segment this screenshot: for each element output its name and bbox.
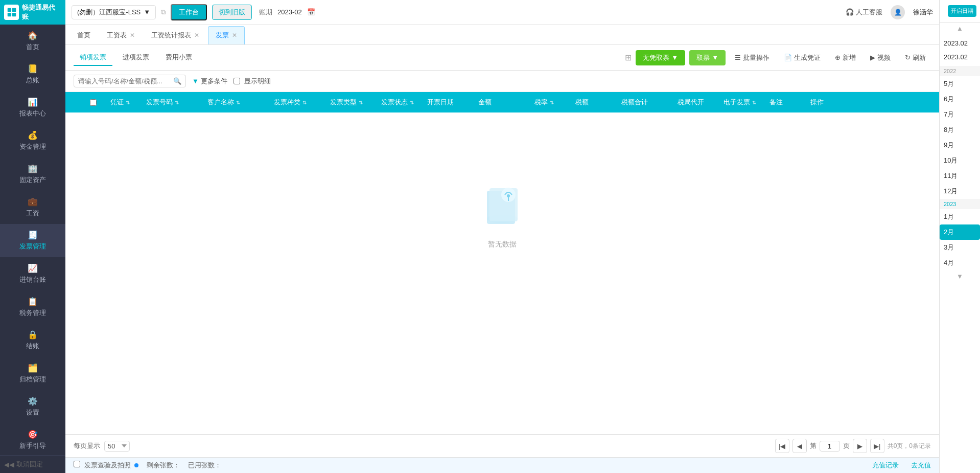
first-page-btn[interactable]: |◀ [775,439,789,453]
th-customer[interactable]: 客户名称 ⇅ [203,98,270,107]
next-page-btn[interactable]: ▶ [853,439,867,453]
tab-invoice[interactable]: 发票 ✕ [208,26,245,44]
date-month-4[interactable]: 4月 [940,255,980,271]
date-month-9[interactable]: 9月 [940,138,980,153]
new-button[interactable]: ⊕ 新增 [830,50,861,65]
tab-home[interactable]: 首页 [69,26,98,44]
sub-tab-expense-receipt[interactable]: 费用小票 [159,50,198,66]
date-month-2[interactable]: 2月 [940,224,980,240]
generate-voucher-button[interactable]: 📄 生成凭证 [779,50,826,65]
per-page-select[interactable]: 50 20 100 [104,441,130,452]
tab-payroll-report-label: 工资统计报表 [151,31,191,40]
tab-payroll-report[interactable]: 工资统计报表 ✕ [144,26,207,44]
sidebar-item-funds[interactable]: 💰 资金管理 [0,124,65,157]
company-selector[interactable]: (勿删）江西服宝-LSS ▼ [72,5,156,19]
sidebar-item-fixed-assets-label: 固定资产 [19,175,46,185]
grid-view-icon[interactable]: ⊞ [625,53,632,62]
check-invoice-checkbox[interactable] [74,461,80,467]
video-button[interactable]: ▶ 视频 [865,50,896,65]
tab-payroll-close[interactable]: ✕ [130,32,135,39]
th-invoice-no[interactable]: 发票号码 ⇅ [142,98,203,107]
last-page-btn[interactable]: ▶| [870,439,884,453]
scroll-up-btn[interactable]: ▲ [940,22,980,34]
collapse-label: 取消固定 [16,460,43,469]
ai-service-btn[interactable]: 🎧 人工客服 [846,8,882,17]
date-month-1[interactable]: 1月 [940,209,980,224]
sidebar-item-settings[interactable]: ⚙️ 设置 [0,390,65,423]
sidebar-item-sales[interactable]: 📈 进销台账 [0,257,65,290]
sidebar-item-reports[interactable]: 📊 报表中心 [0,91,65,124]
select-all-checkbox[interactable] [90,99,97,106]
date-month-6[interactable]: 6月 [940,92,980,107]
date-month-2023-02-a[interactable]: 2023.02 [940,36,980,50]
sidebar-item-closing[interactable]: 🔒 结账 [0,324,65,357]
open-period-button[interactable]: 开启日期 [948,5,976,17]
right-panel: 开启日期 ✕ ⤢ ▲ 2023.02 2023.02 2022 5月 6月 7月… [939,0,980,473]
refresh-button[interactable]: ↻ 刷新 [900,50,931,65]
sidebar-item-invoice[interactable]: 🧾 发票管理 [0,224,65,257]
date-month-7[interactable]: 7月 [940,107,980,122]
sidebar-item-guide[interactable]: 🎯 新手引导 [0,423,65,455]
th-total[interactable]: 税额合计 [617,98,673,107]
tab-invoice-close[interactable]: ✕ [232,32,237,39]
th-status[interactable]: 发票状态 ⇅ [377,98,423,107]
remaining-count: 剩余张数： [147,461,180,470]
guide-icon: 🎯 [28,430,38,439]
th-checkbox[interactable] [86,99,106,106]
sidebar-item-archive[interactable]: 🗂️ 归档管理 [0,357,65,390]
th-amount[interactable]: 金额 [474,98,530,107]
th-voucher[interactable]: 凭证 ⇅ [106,98,142,107]
switch-version-button[interactable]: 切到旧版 [212,5,252,20]
th-tax-code[interactable]: 税局代开 [673,98,719,107]
tab-payroll[interactable]: 工资表 ✕ [99,26,143,44]
th-invoice-cat[interactable]: 发票类型 ⇅ [326,98,377,107]
sidebar-item-ledger[interactable]: 📒 总账 [0,58,65,91]
th-voucher-sort: ⇅ [126,100,130,105]
page-header: 销项发票 进项发票 费用小票 ⊞ 无凭取票 ▼ 取票 ▼ ☰ 批量操作 📄 [65,45,939,71]
sub-tab-purchase-invoice[interactable]: 进项发票 [116,50,155,66]
tab-payroll-report-close[interactable]: ✕ [194,32,199,39]
search-icon[interactable]: 🔍 [173,77,181,85]
show-detail-btn[interactable]: 显示明细 [234,77,271,86]
th-date[interactable]: 开票日期 [423,98,474,107]
recharge-record-link[interactable]: 充值记录 [872,461,899,470]
date-month-8[interactable]: 8月 [940,122,980,138]
go-recharge-link[interactable]: 去充值 [911,461,931,470]
user-avatar[interactable]: 👤 [891,5,905,19]
page-input[interactable] [820,441,840,452]
sidebar-item-home[interactable]: 🏠 首页 [0,25,65,58]
th-tax[interactable]: 税额 [571,98,617,107]
no-invoice-button[interactable]: 无凭取票 ▼ [636,50,685,65]
sub-tab-sales-invoice[interactable]: 销项发票 [74,50,112,66]
th-tax-rate[interactable]: 税率 ⇅ [530,98,571,107]
search-input[interactable] [78,77,170,85]
date-month-12[interactable]: 12月 [940,184,980,199]
th-e-invoice[interactable]: 电子发票 ⇅ [719,98,765,107]
sidebar-item-fixed-assets[interactable]: 🏢 固定资产 [0,157,65,191]
take-invoice-button[interactable]: 取票 ▼ [689,50,726,65]
more-conditions-btn[interactable]: ▼ 更多条件 [192,77,227,86]
scroll-down-btn[interactable]: ▼ [940,271,980,282]
workbench-button[interactable]: 工作台 [171,4,207,20]
th-tax-label: 税额 [575,98,589,107]
sidebar-item-tax[interactable]: 📋 税务管理 [0,290,65,324]
copy-icon[interactable]: ⧉ [161,8,166,16]
show-detail-checkbox[interactable] [234,78,240,84]
date-month-3-label: 3月 [944,243,954,252]
date-month-8-label: 8月 [944,125,954,134]
th-invoice-type[interactable]: 发票种类 ⇅ [270,98,326,107]
prev-page-btn[interactable]: ◀ [792,439,807,453]
th-invoice-cat-label: 发票类型 [330,98,357,107]
period-label: 账期 [259,8,272,17]
date-month-5[interactable]: 5月 [940,76,980,92]
batch-ops-button[interactable]: ☰ 批量操作 [730,50,775,65]
sidebar-item-payroll[interactable]: 💼 工资 [0,191,65,224]
sidebar-collapse[interactable]: ◀◀ 取消固定 [0,455,65,473]
search-container: 🔍 [74,75,186,87]
date-month-3[interactable]: 3月 [940,240,980,255]
period-calendar-icon[interactable]: 📅 [307,8,315,16]
remaining-label: 剩余张数： [147,461,180,469]
date-month-11[interactable]: 11月 [940,168,980,184]
date-month-2023-02-b[interactable]: 2023.02 [940,50,980,64]
date-month-10[interactable]: 10月 [940,153,980,168]
